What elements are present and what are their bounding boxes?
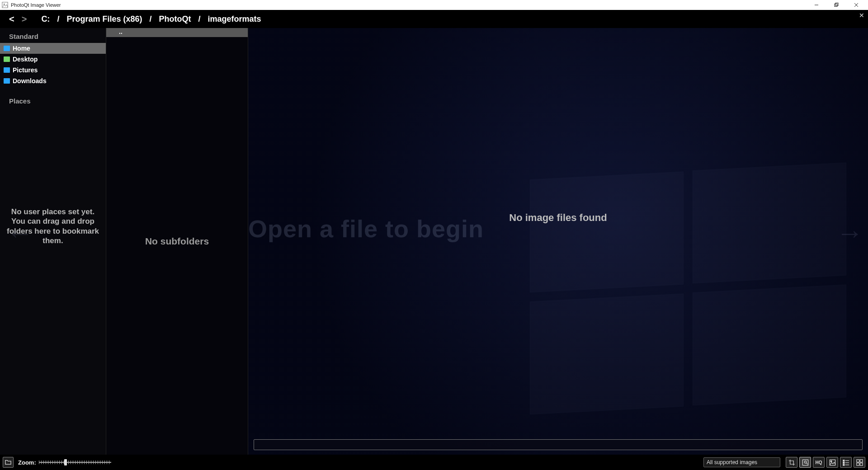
subfolders-panel: .. No subfolders bbox=[106, 28, 248, 455]
hq-toggle-button[interactable]: HQ bbox=[813, 457, 825, 468]
breadcrumb-segment[interactable]: imageformats bbox=[203, 14, 265, 25]
preview-toggle-button[interactable] bbox=[799, 457, 811, 468]
sidebar-item-label: Home bbox=[13, 45, 30, 52]
places-empty-message: No user places set yet. You can drag and… bbox=[0, 207, 106, 245]
folder-icon bbox=[4, 56, 10, 62]
svg-point-1 bbox=[4, 4, 5, 5]
breadcrumb-separator: / bbox=[195, 14, 203, 24]
background-windows-logo bbox=[530, 175, 846, 410]
breadcrumb-segment[interactable]: PhotoQt bbox=[154, 14, 195, 25]
breadcrumb-segment[interactable]: Program Files (x86) bbox=[62, 14, 146, 25]
sidebar-header-standard: Standard bbox=[0, 28, 106, 43]
folder-icon bbox=[4, 46, 10, 51]
sidebar-item-home[interactable]: Home bbox=[0, 43, 106, 54]
sidebar-item-label: Downloads bbox=[13, 77, 47, 85]
svg-rect-14 bbox=[843, 462, 844, 463]
svg-point-8 bbox=[804, 461, 807, 463]
filename-input[interactable] bbox=[254, 439, 863, 450]
sidebar-item-label: Pictures bbox=[13, 66, 38, 74]
svg-rect-3 bbox=[835, 4, 837, 7]
maximize-button[interactable] bbox=[826, 0, 846, 10]
svg-rect-12 bbox=[843, 460, 844, 461]
folder-icon bbox=[4, 67, 10, 73]
thumbnail-view-button[interactable] bbox=[826, 457, 838, 468]
svg-rect-4 bbox=[835, 3, 838, 6]
grid-view-button[interactable] bbox=[854, 457, 865, 468]
nav-back-button[interactable]: < bbox=[5, 14, 18, 24]
file-type-filter-select[interactable]: All supported images bbox=[703, 457, 780, 467]
svg-rect-18 bbox=[856, 459, 859, 462]
minimize-button[interactable] bbox=[807, 0, 826, 10]
sidebar-item-pictures[interactable]: Pictures bbox=[0, 65, 106, 75]
no-images-label: No image files found bbox=[509, 212, 607, 224]
sidebar-item-label: Desktop bbox=[13, 56, 38, 63]
close-window-button[interactable] bbox=[846, 0, 866, 10]
nav-forward-button[interactable]: > bbox=[18, 14, 31, 24]
sidebar: Standard Home Desktop Pictures Downloads… bbox=[0, 28, 106, 455]
breadcrumb-separator: / bbox=[54, 14, 62, 24]
folder-icon bbox=[4, 78, 10, 84]
sidebar-item-desktop[interactable]: Desktop bbox=[0, 54, 106, 65]
main-area: Standard Home Desktop Pictures Downloads… bbox=[0, 28, 868, 455]
zoom-label: Zoom: bbox=[18, 459, 36, 466]
breadcrumb-bar: < > C: / Program Files (x86) / PhotoQt /… bbox=[0, 10, 868, 28]
list-view-button[interactable] bbox=[840, 457, 852, 468]
parent-folder-item[interactable]: .. bbox=[106, 28, 248, 37]
next-image-ghost-arrow bbox=[836, 217, 863, 249]
svg-point-11 bbox=[830, 461, 832, 462]
no-subfolders-label: No subfolders bbox=[145, 236, 209, 247]
preview-panel: Open a file to begin No image files foun… bbox=[248, 28, 868, 455]
open-folder-button[interactable] bbox=[3, 457, 14, 468]
window-titlebar: PhotoQt Image Viewer bbox=[0, 0, 868, 10]
app-icon bbox=[2, 2, 8, 8]
breadcrumb-separator: / bbox=[146, 14, 154, 24]
sidebar-item-downloads[interactable]: Downloads bbox=[0, 75, 106, 86]
svg-rect-16 bbox=[843, 464, 844, 465]
close-panel-button[interactable]: ✕ bbox=[858, 12, 865, 19]
svg-rect-20 bbox=[856, 463, 859, 465]
sidebar-header-places: Places bbox=[0, 93, 106, 108]
svg-rect-19 bbox=[860, 459, 863, 462]
svg-rect-21 bbox=[860, 463, 863, 465]
breadcrumb-segment[interactable]: C: bbox=[37, 14, 54, 25]
open-file-ghost-text: Open a file to begin bbox=[248, 215, 484, 243]
filter-select-label: All supported images bbox=[707, 459, 757, 465]
zoom-slider-handle[interactable] bbox=[64, 459, 67, 465]
bottom-toolbar: Zoom: All supported images HQ bbox=[0, 455, 868, 470]
crop-view-button[interactable] bbox=[786, 457, 797, 468]
window-title: PhotoQt Image Viewer bbox=[11, 2, 61, 8]
svg-line-9 bbox=[806, 463, 807, 464]
zoom-slider[interactable] bbox=[39, 461, 111, 463]
svg-rect-7 bbox=[802, 460, 808, 465]
